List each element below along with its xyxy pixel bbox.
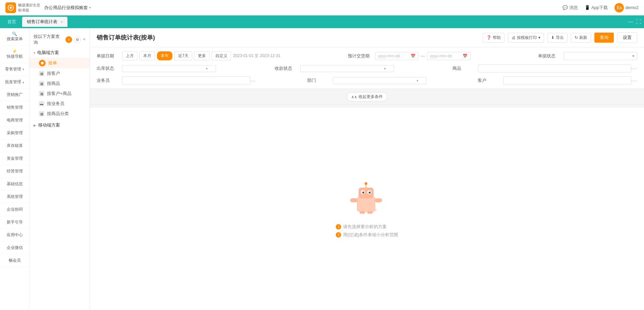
date-btn-last-month[interactable]: 上月: [122, 51, 138, 60]
sidebar-item-guide[interactable]: 新手引导: [0, 216, 29, 229]
avatar: Ea: [614, 3, 624, 12]
plan-item-by-customer[interactable]: ▦ 按客户: [30, 68, 90, 79]
logo-area: 畅捷通好生意 标准版: [5, 2, 40, 13]
settings-button[interactable]: 设置: [617, 32, 637, 43]
print-button[interactable]: 🖨 按模板打印 ▾: [508, 33, 544, 43]
date-btn-more[interactable]: 更多: [194, 51, 210, 60]
plan-group-pc: ▾ 电脑端方案 按单 ▦ 按客户 ▦ 按商品: [30, 48, 90, 119]
empty-illustration: [347, 178, 387, 218]
tab-bar: 首页 销售订单统计表 × — ⛶: [0, 15, 644, 28]
expected-date-end[interactable]: yyyy-mm-dd 📅: [427, 52, 471, 60]
plan-group-pc-header[interactable]: ▾ 电脑端方案: [30, 48, 90, 58]
sidebar-item-enterprise[interactable]: 企业协同: [0, 203, 29, 216]
sidebar-item-finance[interactable]: 资金管理: [0, 152, 29, 165]
help-icon: ❓: [486, 35, 491, 40]
sidebar-item-ecommerce[interactable]: 电商管理: [0, 114, 29, 127]
empty-state: 1 请先选择要分析的方案 2 用[过滤]条件来缩小分析范围: [90, 108, 644, 310]
customer-input[interactable]: [503, 76, 631, 85]
sidebar-item-marketing[interactable]: 营销推广: [0, 89, 29, 101]
salesperson-more-button[interactable]: ···: [250, 78, 256, 83]
minimize-button[interactable]: —: [628, 19, 633, 25]
plan-item-by-salesperson[interactable]: ▬ 按业务员: [30, 99, 90, 109]
plan-item-by-category[interactable]: ▦ 按商品分类: [30, 109, 90, 119]
sidebar-item-wholesale[interactable]: 批发管理 ▴: [0, 76, 29, 89]
goods-label: 商品: [452, 65, 473, 71]
payment-arrow-icon: ▾: [384, 67, 386, 70]
delivery-select[interactable]: ▾: [122, 65, 216, 72]
by-customer-goods-icon: ▦: [39, 91, 44, 96]
print-icon: 🖨: [512, 35, 516, 40]
dept-label: 部门: [307, 78, 327, 84]
refresh-button[interactable]: ↻ 刷新: [571, 33, 591, 43]
panel-actions: + ⚙ «: [65, 36, 86, 43]
svg-rect-2: [357, 197, 375, 212]
date-btn-7days[interactable]: 近7天: [174, 51, 192, 60]
expected-date-start[interactable]: yyyy-mm-dd 📅: [375, 52, 419, 60]
svg-rect-12: [360, 211, 365, 214]
sidebar-item-member[interactable]: 畅会员: [0, 254, 29, 267]
user-menu[interactable]: Ea demo2: [614, 3, 639, 12]
sidebar-item-inventory[interactable]: 库存核算: [0, 140, 29, 152]
retail-arrow-icon: ▾: [22, 67, 24, 71]
left-panel-header: 按以下方案查询 + ⚙ «: [30, 32, 90, 48]
content-area: 按以下方案查询 + ⚙ « ▾ 电脑端方案: [30, 28, 644, 310]
payment-select[interactable]: ▾: [300, 65, 394, 72]
sidebar-item-wechat[interactable]: 企业微信: [0, 242, 29, 254]
mobile-group-arrow: ▶: [34, 123, 36, 127]
main-layout: 🔍 搜索菜单 ⚡ 快捷导航 零售管理 ▾ 批发管理 ▴ 营销推广 销售管理 电商…: [0, 28, 644, 310]
status-select[interactable]: ▾: [564, 52, 637, 60]
tab-sales-stats[interactable]: 销售订单统计表 ×: [22, 17, 67, 27]
message-button[interactable]: 💬 消息: [562, 5, 578, 11]
customer-label: 客户: [478, 78, 498, 84]
tab-home[interactable]: 首页: [3, 17, 21, 27]
export-button[interactable]: ⬇ 导出: [547, 33, 568, 43]
sidebar-item-app-center[interactable]: 应用中心: [0, 229, 29, 242]
plan-item-by-customer-goods[interactable]: ▦ 按客户+商品: [30, 89, 90, 99]
app-download-button[interactable]: 📱 App下载: [585, 5, 608, 11]
date-btn-this-year[interactable]: 本年: [157, 51, 172, 60]
help-button[interactable]: ❓ 帮助: [483, 33, 504, 43]
goods-input[interactable]: [478, 64, 631, 72]
goods-more-button[interactable]: ···: [631, 66, 637, 71]
pc-group-arrow: ▾: [34, 51, 35, 55]
page-title: 销售订单统计表(按单): [97, 34, 155, 42]
query-button[interactable]: 查询: [594, 33, 614, 43]
sidebar-item-operations[interactable]: 经营管理: [0, 165, 29, 178]
customer-more-button[interactable]: ···: [631, 78, 637, 83]
sidebar-item-sales[interactable]: 销售管理: [0, 101, 29, 114]
sidebar-item-retail[interactable]: 零售管理 ▾: [0, 63, 29, 76]
by-category-icon: ▦: [39, 111, 44, 116]
sidebar-item-search[interactable]: 🔍 搜索菜单: [0, 28, 29, 46]
tab-close-button[interactable]: ×: [61, 20, 63, 24]
breadcrumb-select[interactable]: 办公用品行业模拟账套 ▾: [44, 5, 91, 11]
dept-select[interactable]: ▾: [333, 77, 427, 84]
empty-tip-2: 2 用[过滤]条件来缩小分析范围: [336, 232, 398, 238]
svg-rect-5: [359, 188, 374, 198]
filter-content: 单据日期 上月 本月 本年 近7天: [90, 47, 644, 89]
collapse-icon: ∧∧: [351, 95, 357, 99]
add-plan-button[interactable]: +: [65, 36, 72, 43]
maximize-button[interactable]: ⛶: [636, 19, 641, 25]
plan-item-by-goods[interactable]: ▦ 按商品: [30, 79, 90, 89]
payment-label: 收款状态: [275, 65, 295, 71]
calendar-icon-1: 📅: [411, 54, 416, 58]
sidebar-item-basics[interactable]: 基础信息: [0, 178, 29, 191]
collapse-filters-button[interactable]: ∧∧ 收起更多条件: [347, 92, 387, 101]
collapse-panel-button[interactable]: «: [83, 36, 86, 43]
svg-point-11: [365, 182, 367, 185]
edit-plan-button[interactable]: ⚙: [74, 36, 81, 43]
date-label: 单据日期: [97, 53, 117, 59]
plan-group-mobile-header[interactable]: ▶ 移动端方案: [30, 120, 90, 130]
date-btn-custom[interactable]: 自定义: [212, 51, 231, 60]
salesperson-input[interactable]: [122, 76, 250, 85]
empty-tips-list: 1 请先选择要分析的方案 2 用[过滤]条件来缩小分析范围: [336, 224, 398, 240]
date-btn-this-month[interactable]: 本月: [140, 51, 155, 60]
plan-item-by-order[interactable]: 按单: [30, 58, 90, 68]
sidebar-item-quick-nav[interactable]: ⚡ 快捷导航: [0, 46, 29, 63]
sidebar-item-purchase[interactable]: 采购管理: [0, 127, 29, 140]
export-icon: ⬇: [551, 35, 554, 40]
page-header-actions: ❓ 帮助 🖨 按模板打印 ▾ ⬇ 导出 ↻: [483, 32, 637, 43]
sidebar: 🔍 搜索菜单 ⚡ 快捷导航 零售管理 ▾ 批发管理 ▴ 营销推广 销售管理 电商…: [0, 28, 30, 310]
svg-rect-3: [350, 198, 358, 202]
sidebar-item-system[interactable]: 系统管理: [0, 191, 29, 203]
